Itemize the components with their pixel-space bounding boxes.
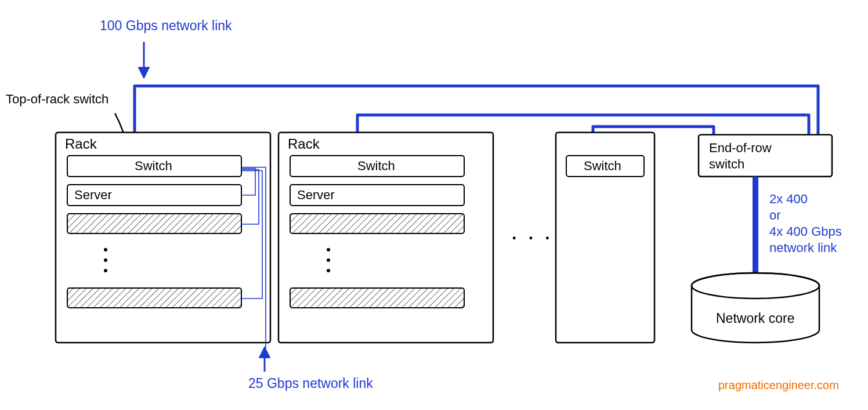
svg-point-5 <box>104 269 107 272</box>
rack2-switch-label: Switch <box>357 159 395 173</box>
eor-switch-line1: End-of-row <box>709 141 772 155</box>
label-100gbps: 100 Gbps network link <box>100 18 232 33</box>
rack1-title: Rack <box>65 136 97 152</box>
svg-point-7 <box>327 248 330 251</box>
core-link-line4: network link <box>769 240 837 255</box>
label-tor-switch: Top-of-rack switch <box>6 92 108 106</box>
svg-point-4 <box>104 258 107 262</box>
rack2-server-ph1 <box>290 214 464 233</box>
core-link-line1: 2x 400 <box>769 192 808 206</box>
core-link-line2: or <box>769 208 781 222</box>
core-link-line3: 4x 400 Gbps <box>769 224 842 239</box>
eor-switch: End-of-row switch <box>699 135 832 177</box>
network-diagram: 100 Gbps network link Top-of-rack switch… <box>0 0 868 410</box>
rack1-server-ph2 <box>67 288 241 308</box>
label-25gbps: 25 Gbps network link <box>248 376 373 391</box>
rack1-server-label: Server <box>74 188 112 202</box>
network-core-label: Network core <box>716 311 794 326</box>
rack1-server-ph1 <box>67 214 241 233</box>
svg-point-3 <box>104 248 107 251</box>
rack2-title: Rack <box>288 136 320 152</box>
attribution: pragmaticengineer.com <box>718 379 839 391</box>
network-core: Network core <box>692 273 819 343</box>
rack3-switch-label: Switch <box>584 159 621 173</box>
svg-point-8 <box>327 258 330 262</box>
svg-point-9 <box>327 269 330 272</box>
rack-3: Switch <box>556 132 654 343</box>
rack-2: Rack Switch Server <box>279 132 493 343</box>
rack-ellipsis: . . . <box>512 224 554 243</box>
rack1-switch-label: Switch <box>135 159 172 173</box>
rack2-server-label: Server <box>297 188 335 202</box>
rack2-server-ph2 <box>290 288 464 308</box>
eor-switch-line2: switch <box>709 157 744 171</box>
rack-1: Rack Switch Server <box>56 132 270 343</box>
